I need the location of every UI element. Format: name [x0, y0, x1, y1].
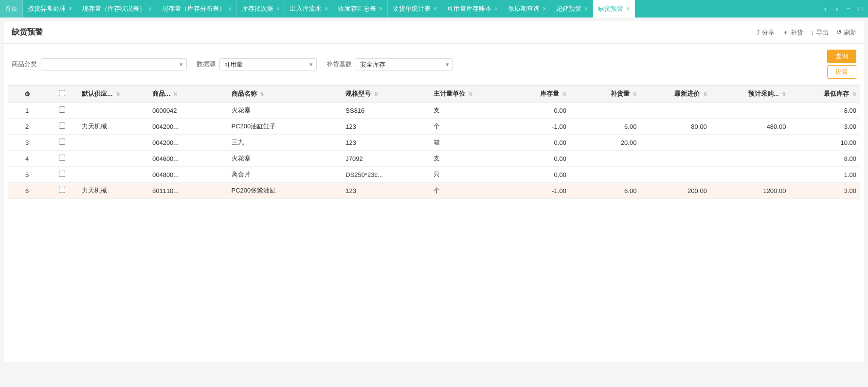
row-name: 火花塞 [228, 103, 342, 119]
query-button[interactable]: 查询 [827, 50, 856, 63]
sort-purchase-icon: ⇅ [782, 91, 786, 97]
row-unit: 个 [430, 183, 500, 199]
table-row: 1 0000042 火花塞 SS816 支 0.00 8.00 [8, 103, 860, 119]
page-title: 缺货预警 [12, 27, 43, 37]
col-replenish-header[interactable]: 补货量 ⇅ [570, 86, 640, 103]
tab-overstock-warning[interactable]: 超储预警 × [551, 0, 593, 18]
tab-inventory-distribution[interactable]: 现存量（库存分布表） × [157, 0, 237, 18]
export-button[interactable]: ↓ 导出 [811, 28, 829, 37]
page-header: 缺货预警 ⤴ 分享 ＋ 补货 ↓ 导出 ↺ 刷新 [4, 21, 864, 44]
row-estimated-purchase [711, 135, 790, 151]
tab-close-1[interactable]: × [69, 5, 72, 12]
tab-close-9[interactable]: × [542, 5, 546, 12]
sort-code-icon: ⇅ [173, 91, 177, 97]
row-checkbox-cell[interactable] [46, 151, 78, 167]
col-unit-header[interactable]: 主计量单位 ⇅ [430, 86, 500, 103]
row-name: 离合片 [228, 167, 342, 183]
row-unit: 支 [430, 103, 500, 119]
table-row: 4 004600... 火花塞 J7092 支 0.00 8.00 [8, 151, 860, 167]
settings-button[interactable]: 设置 [827, 65, 856, 79]
tab-picking-exception[interactable]: 拣货异常处理 × [23, 0, 77, 18]
row-checkbox-cell[interactable] [46, 119, 78, 135]
row-spec: DS250*23c... [342, 167, 430, 183]
col-stock-header[interactable]: 库存量 ⇅ [500, 86, 570, 103]
row-checkbox-cell[interactable] [46, 135, 78, 151]
col-purchase-header[interactable]: 预计采购... ⇅ [711, 86, 790, 103]
row-name: 三九 [228, 135, 342, 151]
tab-inout-flow[interactable]: 出入库流水 × [285, 0, 333, 18]
row-checkbox[interactable] [59, 139, 65, 145]
tab-expiry-query[interactable]: 保质期查询 × [503, 0, 551, 18]
row-latest-price [640, 135, 710, 151]
datasource-select[interactable]: 可用量 [219, 58, 317, 70]
tab-minimize-button[interactable]: － [843, 3, 854, 15]
tab-maximize-button[interactable]: □ [854, 3, 866, 15]
tab-order-stats[interactable]: 要货单统计表 × [388, 0, 442, 18]
row-min-stock: 10.00 [790, 135, 860, 151]
row-checkbox[interactable] [59, 106, 65, 113]
filter-actions: 查询 设置 [827, 50, 856, 79]
tab-inventory-status[interactable]: 现存量（库存状况表） × [77, 0, 157, 18]
sort-spec-icon: ⇅ [374, 91, 378, 97]
tab-close-4[interactable]: × [276, 5, 280, 12]
col-supplier-header[interactable]: 默认供应... ⇅ [78, 86, 148, 103]
tab-close-5[interactable]: × [325, 5, 328, 12]
row-unit: 只 [430, 167, 500, 183]
row-latest-price [640, 151, 710, 167]
tab-available-ledger[interactable]: 可用量库存账本 × [442, 0, 503, 18]
share-button[interactable]: ⤴ 分享 [757, 28, 775, 37]
col-spec-header[interactable]: 规格型号 ⇅ [342, 86, 430, 103]
row-checkbox-cell[interactable] [46, 183, 78, 199]
row-checkbox[interactable] [59, 155, 65, 161]
tab-close-3[interactable]: × [228, 5, 232, 12]
row-code: 0000042 [148, 103, 228, 119]
row-checkbox-cell[interactable] [46, 167, 78, 183]
row-stock: -1.00 [500, 183, 570, 199]
tab-batch-account[interactable]: 库存批次账 × [237, 0, 285, 18]
row-stock: -1.00 [500, 119, 570, 135]
sort-supplier-icon: ⇅ [116, 91, 120, 97]
row-checkbox-cell[interactable] [46, 103, 78, 119]
row-latest-price: 200.00 [640, 183, 710, 199]
row-checkbox[interactable] [59, 187, 65, 193]
tab-scroll-left-button[interactable]: ‹ [819, 3, 831, 15]
row-checkbox[interactable] [59, 123, 65, 129]
row-supplier [78, 151, 148, 167]
row-code: 004600... [148, 151, 228, 167]
row-supplier: 力天机械 [78, 183, 148, 199]
row-stock: 0.00 [500, 167, 570, 183]
tab-close-10[interactable]: × [584, 5, 588, 12]
tab-close-7[interactable]: × [434, 5, 437, 12]
row-stock: 0.00 [500, 151, 570, 167]
tab-close-2[interactable]: × [148, 5, 152, 12]
tab-receive-summary[interactable]: 收发存汇总表 × [333, 0, 388, 18]
row-replenish [570, 167, 640, 183]
tab-home[interactable]: 首页 [0, 0, 23, 18]
replenish-base-select[interactable]: 安全库存 [356, 58, 453, 70]
sort-stock-icon: ⇅ [562, 91, 566, 97]
gear-icon[interactable]: ⚙ [24, 90, 30, 98]
tab-scroll-right-button[interactable]: › [831, 3, 843, 15]
row-supplier [78, 167, 148, 183]
refresh-button[interactable]: ↺ 刷新 [836, 28, 856, 37]
col-name-header[interactable]: 商品名称 ⇅ [228, 86, 342, 103]
tab-close-8[interactable]: × [494, 5, 498, 12]
row-code: 004800... [148, 167, 228, 183]
category-select[interactable] [41, 58, 187, 70]
col-minstock-header[interactable]: 最低库存 ⇅ [790, 86, 860, 103]
tab-shortage-warning[interactable]: 缺货预警 × [593, 0, 635, 18]
replenish-button[interactable]: ＋ 补货 [782, 28, 803, 37]
col-price-header[interactable]: 最新进价 ⇅ [640, 86, 710, 103]
datasource-filter-label: 数据源 [197, 60, 216, 69]
select-all-checkbox[interactable] [59, 90, 65, 96]
col-settings[interactable]: ⚙ [8, 86, 46, 103]
sort-minstock-icon: ⇅ [852, 91, 856, 97]
datasource-filter-group: 数据源 可用量 [197, 58, 317, 70]
row-spec: J7092 [342, 151, 430, 167]
col-check [46, 86, 78, 103]
row-checkbox[interactable] [59, 171, 65, 177]
tab-close-11[interactable]: × [626, 5, 630, 12]
col-code-header[interactable]: 商品... ⇅ [148, 86, 228, 103]
tab-close-6[interactable]: × [379, 5, 382, 12]
row-min-stock: 8.00 [790, 103, 860, 119]
